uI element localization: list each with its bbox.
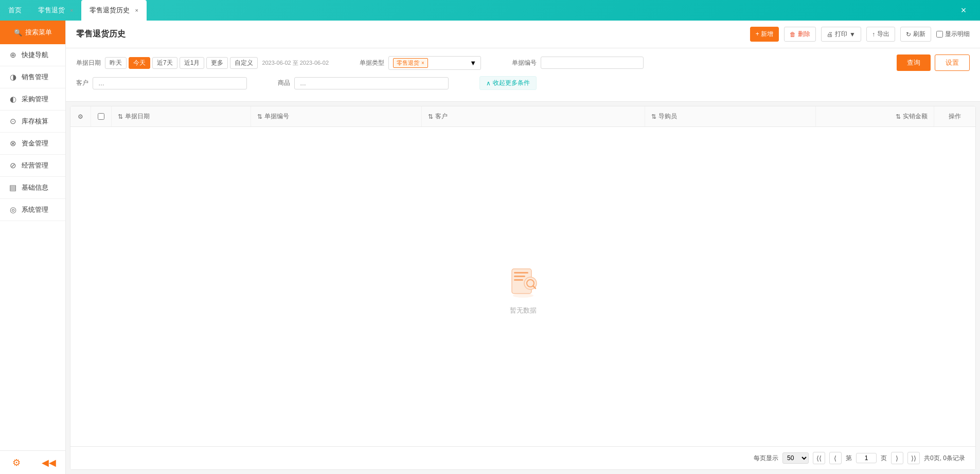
date-btn-custom[interactable]: 自定义 xyxy=(230,57,258,69)
export-button[interactable]: ↑ 导出 xyxy=(866,27,895,42)
th-check[interactable] xyxy=(91,106,112,126)
display-detail-checkbox[interactable] xyxy=(936,31,943,38)
add-button[interactable]: + 新增 xyxy=(750,27,779,42)
main-layout: 🔍 搜索菜单 ⊕ 快捷导航 ◑ 销售管理 ◐ 采购管理 ⊙ 库存核算 ⊗ 资金管… xyxy=(0,21,980,474)
sidebar-item-label-finance: 资金管理 xyxy=(22,139,48,148)
purchase-icon: ◐ xyxy=(8,95,17,104)
top-tabs: 首页零售退货 ×零售退货历史 × xyxy=(0,0,955,21)
goods-filter: 商品 xyxy=(278,77,449,89)
sidebar-item-label-inventory: 库存核算 xyxy=(22,117,48,126)
sales-icon: ◑ xyxy=(8,72,17,82)
system-icon: ◎ xyxy=(8,205,17,214)
sidebar-settings-button[interactable]: ⚙ xyxy=(0,451,33,474)
last-page-button[interactable]: ⟩⟩ xyxy=(907,452,920,464)
tab-return-history[interactable]: 零售退货历史 × xyxy=(81,0,146,21)
inventory-icon: ⊙ xyxy=(8,117,17,126)
page-size-label: 每页显示 xyxy=(754,454,778,463)
th-guide: ⇅ 导购员 xyxy=(645,106,816,126)
print-icon: 🖨 xyxy=(827,31,833,38)
window-close-button[interactable]: × xyxy=(955,2,972,19)
th-customer: ⇅ 客户 xyxy=(422,106,645,126)
quick-nav-icon: ⊕ xyxy=(8,50,17,60)
prev-page-button[interactable]: ⟨ xyxy=(829,452,842,464)
customer-input[interactable] xyxy=(93,77,247,89)
table-area: ⚙ ⇅ 单据日期 ⇅ 单据编号 ⇅ 客户 ⇅ 导购员 xyxy=(70,106,976,470)
sidebar-item-quick-nav[interactable]: ⊕ 快捷导航 xyxy=(0,44,65,66)
date-btn-today[interactable]: 今天 xyxy=(129,57,150,69)
display-detail-toggle[interactable]: 显示明细 xyxy=(936,30,970,39)
customer-filter: 客户 xyxy=(76,77,247,89)
page-size-select[interactable]: 50 10 20 100 xyxy=(782,452,809,464)
date-filter: 单据日期 昨天今天近7天近1月更多自定义 2023-06-02 至 2023-0… xyxy=(76,57,329,69)
date-btn-yesterday[interactable]: 昨天 xyxy=(105,57,127,69)
top-bar-right: × xyxy=(955,2,980,19)
filter-area: 单据日期 昨天今天近7天近1月更多自定义 2023-06-02 至 2023-0… xyxy=(66,48,980,102)
tab-close-return-history[interactable]: × xyxy=(135,7,138,13)
th-amount: ⇅ 实销金额 xyxy=(816,106,934,126)
sidebar-search-button[interactable]: 🔍 搜索菜单 xyxy=(0,21,65,44)
type-tag: 零售退货 × xyxy=(393,58,428,68)
search-icon: 🔍 xyxy=(14,29,22,37)
collapse-button[interactable]: ∧ 收起更多条件 xyxy=(479,76,537,90)
page-input[interactable] xyxy=(856,453,877,463)
billno-filter: 单据编号 xyxy=(512,57,644,69)
page-unit: 页 xyxy=(881,454,887,463)
sidebar-volume-button[interactable]: ◀◀ xyxy=(33,451,66,474)
sidebar-item-operations[interactable]: ⊘ 经营管理 xyxy=(0,155,65,177)
content-area: 零售退货历史 + 新增 🗑 删除 🖨 打印 ▼ ↑ 导出 ↻ xyxy=(66,21,980,474)
page-label: 第 xyxy=(846,454,852,463)
sidebar-item-system[interactable]: ◎ 系统管理 xyxy=(0,199,65,221)
date-btn-last7[interactable]: 近7天 xyxy=(152,57,177,69)
tab-return[interactable]: 零售退货 × xyxy=(30,0,81,21)
collapse-icon: ∧ xyxy=(486,80,491,87)
tab-close-return[interactable]: × xyxy=(70,7,73,13)
print-button[interactable]: 🖨 打印 ▼ xyxy=(821,27,861,42)
billno-input[interactable] xyxy=(541,57,644,69)
empty-illustration xyxy=(503,259,544,300)
type-filter-label: 单据类型 xyxy=(360,59,384,67)
customer-filter-label: 客户 xyxy=(76,79,88,87)
sidebar-item-label-system: 系统管理 xyxy=(22,205,48,214)
billno-filter-label: 单据编号 xyxy=(512,59,537,67)
select-all-checkbox[interactable] xyxy=(98,113,104,120)
sidebar-item-label-operations: 经营管理 xyxy=(22,161,48,170)
sidebar-item-inventory[interactable]: ⊙ 库存核算 xyxy=(0,111,65,133)
date-buttons: 昨天今天近7天近1月更多自定义 xyxy=(105,57,258,69)
goods-input[interactable] xyxy=(294,77,449,89)
delete-icon: 🗑 xyxy=(790,31,796,38)
sidebar-item-label-purchase: 采购管理 xyxy=(22,95,48,104)
sidebar: 🔍 搜索菜单 ⊕ 快捷导航 ◑ 销售管理 ◐ 采购管理 ⊙ 库存核算 ⊗ 资金管… xyxy=(0,21,66,474)
sidebar-item-basic[interactable]: ▤ 基础信息 xyxy=(0,177,65,199)
table-header: ⚙ ⇅ 单据日期 ⇅ 单据编号 ⇅ 客户 ⇅ 导购员 xyxy=(70,106,975,127)
export-icon: ↑ xyxy=(872,31,875,38)
sidebar-item-sales[interactable]: ◑ 销售管理 xyxy=(0,66,65,88)
set-button[interactable]: 设置 xyxy=(935,54,970,71)
sidebar-item-label-basic: 基础信息 xyxy=(22,183,48,192)
type-select[interactable]: 零售退货 × ▼ xyxy=(388,56,481,70)
sidebar-item-purchase[interactable]: ◐ 采购管理 xyxy=(0,88,65,111)
tab-home[interactable]: 首页 xyxy=(0,0,30,21)
delete-button[interactable]: 🗑 删除 xyxy=(784,27,816,42)
svg-rect-2 xyxy=(514,272,528,274)
date-btn-more[interactable]: 更多 xyxy=(206,57,228,69)
next-page-button[interactable]: ⟩ xyxy=(891,452,903,464)
basic-icon: ▤ xyxy=(8,183,17,192)
th-bill-no: ⇅ 单据编号 xyxy=(251,106,422,126)
sidebar-item-finance[interactable]: ⊗ 资金管理 xyxy=(0,133,65,155)
pagination: 每页显示 50 10 20 100 ⟨⟨ ⟨ 第 页 ⟩ ⟩⟩ 共0页, 0条记… xyxy=(70,446,975,469)
date-btn-last1month[interactable]: 近1月 xyxy=(180,57,205,69)
total-label: 共0页, 0条记录 xyxy=(924,454,965,463)
print-dropdown-icon: ▼ xyxy=(849,31,856,38)
type-tag-close[interactable]: × xyxy=(421,60,424,66)
refresh-button[interactable]: ↻ 刷新 xyxy=(900,27,931,42)
th-settings[interactable]: ⚙ xyxy=(70,106,91,126)
sidebar-search-label: 搜索菜单 xyxy=(25,28,52,37)
sidebar-bottom: ⚙ ◀◀ xyxy=(0,450,65,474)
svg-rect-3 xyxy=(514,276,525,277)
type-filter: 单据类型 零售退货 × ▼ xyxy=(360,56,481,70)
filter-row-2: 客户 商品 ∧ 收起更多条件 xyxy=(76,76,970,90)
page-header: 零售退货历史 + 新增 🗑 删除 🖨 打印 ▼ ↑ 导出 ↻ xyxy=(66,21,980,48)
th-date: ⇅ 单据日期 xyxy=(112,106,251,126)
first-page-button[interactable]: ⟨⟨ xyxy=(813,452,825,464)
query-button[interactable]: 查询 xyxy=(897,54,931,71)
